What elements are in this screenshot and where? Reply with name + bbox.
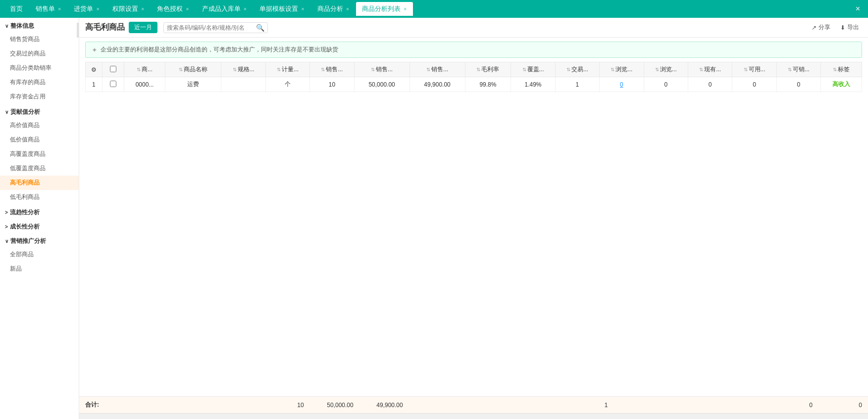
footer-sales-cost: 49,900.00 [363, 402, 403, 409]
group-arrow-icon: ∨ [5, 23, 8, 29]
sidebar-item-低价值商品[interactable]: 低价值商品 [0, 133, 79, 147]
cell-sellable: 0 [776, 77, 820, 92]
footer-current-stock: 0 [773, 402, 813, 409]
horizontal-scrollbar[interactable] [79, 413, 868, 419]
sidebar-item-高覆盖度商品[interactable]: 高覆盖度商品 [0, 147, 79, 161]
sidebar-group-成长性分析: >成长性分析 [0, 219, 79, 233]
sidebar-group-title[interactable]: ∨营销推广分析 [0, 233, 79, 247]
col-header-gross_margin[interactable]: ⇅毛利率 [465, 62, 511, 77]
col-header-transaction[interactable]: ⇅交易... [555, 62, 599, 77]
sort-icon: ⇅ [522, 67, 526, 72]
nav-tab-首页[interactable]: 首页 [4, 2, 29, 16]
footer-transaction: 1 [568, 402, 608, 409]
sidebar-item-低毛利商品[interactable]: 低毛利商品 [0, 190, 79, 204]
col-header-code[interactable]: ⇅商... [124, 62, 165, 77]
sidebar-item-高毛利商品[interactable]: 高毛利商品 [0, 176, 79, 190]
share-button[interactable]: ↗ 分享 [809, 22, 833, 33]
search-input[interactable] [167, 24, 256, 31]
col-header-checkbox[interactable] [102, 62, 124, 77]
col-header-available[interactable]: ⇅可用... [732, 62, 776, 77]
sort-icon: ⇅ [611, 67, 614, 72]
sidebar-item-高价值商品[interactable]: 高价值商品 [0, 118, 79, 133]
col-header-sales_cost[interactable]: ⇅销售... [409, 62, 465, 77]
cell-current_stock: 0 [688, 77, 732, 92]
sidebar-group-title[interactable]: ∨整体信息 [0, 18, 79, 32]
tip-icon: ✦ [92, 46, 98, 54]
cell-gross_margin: 99.8% [465, 77, 511, 92]
cell-name: 运费 [165, 77, 221, 92]
nav-tab-权限设置[interactable]: 权限设置× [106, 2, 150, 16]
browse-link[interactable]: 0 [620, 81, 623, 88]
row-checkbox[interactable] [110, 81, 116, 87]
col-header-sales_amount[interactable]: ⇅销售... [354, 62, 409, 77]
sort-icon: ⇅ [371, 67, 375, 72]
sidebar-item-销售货商品[interactable]: 销售货商品 [0, 32, 79, 47]
sidebar-item-交易过的商品[interactable]: 交易过的商品 [0, 47, 79, 61]
tab-close-icon[interactable]: × [244, 6, 247, 12]
data-table: ⚙⇅商...⇅商品名称⇅规格...⇅计量...⇅销售...⇅销售...⇅销售..… [85, 62, 862, 92]
tab-close-icon[interactable]: × [404, 6, 407, 12]
tab-close-icon[interactable]: × [141, 6, 144, 12]
search-icon[interactable]: 🔍 [256, 24, 264, 32]
footer-sales-qty: 10 [274, 402, 304, 409]
sidebar-group-贡献值分析: ∨贡献值分析高价值商品低价值商品高覆盖度商品低覆盖度商品高毛利商品低毛利商品 [0, 104, 79, 204]
tab-close-icon[interactable]: × [301, 6, 304, 12]
sidebar-group-title[interactable]: >成长性分析 [0, 219, 79, 233]
sidebar-group-title[interactable]: ∨贡献值分析 [0, 104, 79, 118]
sidebar-item-有库存的商品[interactable]: 有库存的商品 [0, 75, 79, 90]
col-header-browse1[interactable]: ⇅浏览... [600, 62, 644, 77]
tab-close-icon[interactable]: × [96, 6, 99, 12]
sort-icon: ⇅ [426, 67, 430, 72]
sidebar-collapse-button[interactable]: 《 [77, 23, 79, 38]
export-icon: ⬇ [840, 24, 845, 31]
nav-tab-进货单[interactable]: 进货单× [68, 2, 105, 16]
sidebar-item-商品分类助销率[interactable]: 商品分类助销率 [0, 61, 79, 75]
sidebar-item-库存资金占用[interactable]: 库存资金占用 [0, 90, 79, 104]
page-title: 高毛利商品 [85, 22, 125, 33]
tab-close-icon[interactable]: × [186, 6, 189, 12]
sort-icon: ⇅ [179, 67, 183, 72]
col-header-coverage[interactable]: ⇅覆盖... [511, 62, 555, 77]
group-arrow-icon: ∨ [5, 238, 8, 244]
col-header-browse2[interactable]: ⇅浏览... [644, 62, 688, 77]
cell-coverage: 1.49% [511, 77, 555, 92]
col-header-spec[interactable]: ⇅规格... [221, 62, 265, 77]
data-table-wrapper: ⚙⇅商...⇅商品名称⇅规格...⇅计量...⇅销售...⇅销售...⇅销售..… [79, 62, 868, 396]
export-button[interactable]: ⬇ 导出 [837, 22, 862, 33]
sort-icon: ⇅ [476, 67, 480, 72]
nav-tab-角色授权[interactable]: 角色授权× [151, 2, 195, 16]
sort-icon: ⇅ [277, 67, 281, 72]
sidebar-group-流趋性分析: >流趋性分析 [0, 204, 79, 219]
select-all-checkbox[interactable] [110, 66, 116, 72]
cell-tag: 高收入 [821, 77, 862, 92]
sidebar-group-title[interactable]: >流趋性分析 [0, 204, 79, 219]
col-header-sales_qty[interactable]: ⇅销售... [310, 62, 354, 77]
sidebar-item-低覆盖度商品[interactable]: 低覆盖度商品 [0, 161, 79, 176]
tab-close-icon[interactable]: × [346, 6, 349, 12]
col-header-tag[interactable]: ⇅标签 [821, 62, 862, 77]
cell-sales_qty: 10 [310, 77, 354, 92]
cell-checkbox [102, 77, 124, 92]
share-icon: ↗ [812, 24, 817, 31]
sidebar-item-全部商品[interactable]: 全部商品 [0, 247, 79, 262]
col-header-unit[interactable]: ⇅计量... [265, 62, 309, 77]
tab-close-icon[interactable]: × [58, 6, 61, 12]
sidebar-item-新品[interactable]: 新品 [0, 262, 79, 276]
nav-tab-产成品入库单[interactable]: 产成品入库单× [196, 2, 253, 16]
header-actions: ↗ 分享 ⬇ 导出 [809, 22, 862, 33]
col-header-current_stock[interactable]: ⇅现有... [688, 62, 732, 77]
nav-tab-商品分析[interactable]: 商品分析× [311, 2, 355, 16]
filter-recent-month-button[interactable]: 近一月 [129, 22, 157, 33]
nav-tab-销售单[interactable]: 销售单× [30, 2, 67, 16]
main-layout: 《 ∨整体信息销售货商品交易过的商品商品分类助销率有库存的商品库存资金占用∨贡献… [0, 18, 868, 419]
col-settings-icon[interactable]: ⚙ [86, 62, 102, 77]
tag-label: 高收入 [832, 81, 850, 88]
col-header-sellable[interactable]: ⇅可销... [776, 62, 820, 77]
content-header: 高毛利商品 近一月 🔍 ↗ 分享 ⬇ 导出 [79, 18, 868, 38]
nav-tab-商品分析列表[interactable]: 商品分析列表× [356, 2, 412, 16]
table-row: 10000...运费个1050,000.0049,900.0099.8%1.49… [86, 77, 862, 92]
col-header-name[interactable]: ⇅商品名称 [165, 62, 221, 77]
cell-browse2: 0 [644, 77, 688, 92]
window-close-button[interactable]: × [852, 4, 864, 13]
nav-tab-单据模板设置[interactable]: 单据模板设置× [254, 2, 310, 16]
